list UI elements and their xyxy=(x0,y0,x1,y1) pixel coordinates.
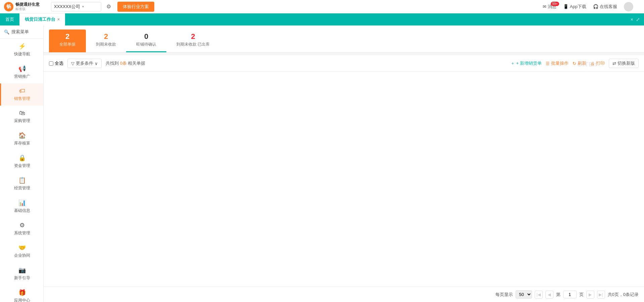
trial-button[interactable]: 体验行业方案 xyxy=(117,2,154,12)
sidebar-item-basic-info[interactable]: 📊 基础信息 xyxy=(0,195,43,218)
print-icon: 🖨 xyxy=(590,61,595,66)
table-area xyxy=(44,72,644,287)
company-selector[interactable]: XXXXXX公司 ▾ xyxy=(51,2,101,11)
app-download-icon: 📱 xyxy=(563,4,569,9)
sidebar-item-sales[interactable]: 🏷 销售管理 xyxy=(0,83,43,106)
tab-home-label: 首页 xyxy=(5,16,14,22)
stats-tab-pending-label: 旺铺待确认 xyxy=(136,42,156,47)
sidebar-item-inventory[interactable]: 🏠 库存核算 xyxy=(0,128,43,150)
switch-label: 切换新版 xyxy=(618,60,635,66)
add-label: + 新增销货单 xyxy=(516,60,542,66)
filter-chevron-icon: ∨ xyxy=(95,61,98,66)
sidebar-item-label: 库存核算 xyxy=(14,140,30,146)
found-text: 共找到 0条 相关单据 xyxy=(106,60,145,66)
search-icon: 🔍 xyxy=(4,29,9,35)
stats-tab-overdue[interactable]: 2 到期未收款 xyxy=(86,29,126,52)
filter-icon: ▽ xyxy=(71,61,74,66)
sidebar-item-enterprise[interactable]: 🤝 企业协同 xyxy=(0,240,43,262)
current-page-input[interactable] xyxy=(563,291,577,298)
sidebar-item-marketing[interactable]: 📢 营销推广 xyxy=(0,61,43,83)
stats-tab-all[interactable]: 2 全部单据 xyxy=(49,29,86,52)
sidebar-item-operations[interactable]: 📋 经营管理 xyxy=(0,173,43,195)
system-icon: ⚙ xyxy=(19,222,25,229)
stats-tabs: 2 全部单据 2 到期未收款 0 旺铺待确认 2 到期未收款 已出库 xyxy=(44,25,644,53)
inventory-icon: 🏠 xyxy=(18,132,26,139)
first-page-button[interactable]: |◀ xyxy=(535,291,543,299)
per-page-select[interactable]: 50 xyxy=(516,290,532,299)
last-page-button[interactable]: ▶| xyxy=(597,291,605,299)
online-service-icon: 🎧 xyxy=(593,4,598,9)
tab-workbench-label: 钱货日清工作台 xyxy=(25,16,55,22)
avatar[interactable] xyxy=(624,2,633,11)
gear-button[interactable]: ⚙ xyxy=(104,2,113,11)
stats-tab-pending[interactable]: 0 旺铺待确认 xyxy=(126,29,166,52)
online-service-button[interactable]: 🎧 在线客服 xyxy=(593,4,617,10)
refresh-button[interactable]: ↻ 刷新 xyxy=(573,60,586,66)
print-label: 打印 xyxy=(596,60,605,66)
stats-tab-shipped-count: 2 xyxy=(191,32,195,41)
toolbar-right: ＋ + 新增销货单 ☰ 批量操作 ↻ 刷新 🖨 打印 ⇄ 切换新版 xyxy=(511,59,639,68)
sidebar-item-purchase[interactable]: 🛍 采购管理 xyxy=(0,106,43,128)
switch-icon: ⇄ xyxy=(612,61,616,66)
sidebar-item-label: 系统管理 xyxy=(14,230,30,236)
stats-tab-shipped[interactable]: 2 到期未收款 已出库 xyxy=(166,29,220,52)
switch-new-version-button[interactable]: ⇄ 切换新版 xyxy=(609,59,639,68)
stats-tab-all-label: 全部单据 xyxy=(59,42,75,47)
sales-icon: 🏷 xyxy=(19,87,25,95)
select-all-checkbox[interactable]: 全选 xyxy=(49,60,63,66)
tab-close-window-icon[interactable]: × xyxy=(631,17,633,22)
sidebar-item-finance[interactable]: 🔒 资金管理 xyxy=(0,150,43,173)
sidebar-item-label: 资金管理 xyxy=(14,163,30,169)
message-icon: ✉ xyxy=(543,4,546,9)
logo-sub-text: 标准版 xyxy=(15,7,40,11)
tab-workbench[interactable]: 钱货日清工作台 × xyxy=(19,13,65,25)
enterprise-icon: 🤝 xyxy=(18,244,26,251)
tab-home[interactable]: 首页 xyxy=(0,13,19,25)
print-button[interactable]: 🖨 打印 xyxy=(590,60,605,66)
marketing-icon: 📢 xyxy=(18,65,26,72)
sidebar-search[interactable]: 🔍 搜索菜单 xyxy=(0,25,43,39)
sidebar-item-label: 快捷导航 xyxy=(14,51,30,57)
found-suffix: 相关单据 xyxy=(128,61,145,66)
next-page-button[interactable]: ▶ xyxy=(586,291,594,299)
sidebar-item-label: 基础信息 xyxy=(14,208,30,214)
app-center-icon: 🎁 xyxy=(18,289,26,296)
sidebar-search-label: 搜索菜单 xyxy=(11,29,29,35)
message-button[interactable]: ✉ 消息 99+ xyxy=(543,4,556,10)
tab-bar-actions: × ⤢ xyxy=(631,17,644,22)
tab-close-icon[interactable]: × xyxy=(57,17,60,22)
stats-tab-overdue-label: 到期未收款 xyxy=(96,42,116,47)
app-download-label: App下载 xyxy=(570,4,586,10)
prev-page-button[interactable]: ◀ xyxy=(545,291,553,299)
refresh-icon: ↻ xyxy=(573,61,576,66)
purchase-icon: 🛍 xyxy=(19,110,25,117)
batch-operations-button[interactable]: ☰ 批量操作 xyxy=(546,60,569,66)
stats-tab-pending-count: 0 xyxy=(144,32,148,41)
sidebar-item-app-center[interactable]: 🎁 应用中心 xyxy=(0,285,43,302)
filter-button[interactable]: ▽ 更多条件 ∨ xyxy=(67,59,102,68)
select-all-input[interactable] xyxy=(49,61,53,66)
tab-bar: 首页 钱货日清工作台 × × ⤢ xyxy=(0,13,644,25)
refresh-label: 刷新 xyxy=(578,60,586,66)
sidebar-item-system[interactable]: ⚙ 系统管理 xyxy=(0,218,43,240)
tab-restore-icon[interactable]: ⤢ xyxy=(636,17,640,22)
sidebar-item-label: 销售管理 xyxy=(14,96,30,102)
batch-icon: ☰ xyxy=(546,61,550,66)
per-page-label: 每页显示 xyxy=(495,292,513,298)
page-of-label: 页 xyxy=(579,292,584,298)
sidebar-item-guide[interactable]: 📷 新手引导 xyxy=(0,262,43,285)
header-right: ✉ 消息 99+ 📱 App下载 🎧 在线客服 xyxy=(543,2,640,11)
operations-icon: 📋 xyxy=(18,177,26,184)
sidebar-item-label: 企业协同 xyxy=(14,253,30,258)
add-icon: ＋ xyxy=(511,60,515,66)
batch-label: 批量操作 xyxy=(551,60,569,66)
finance-icon: 🔒 xyxy=(18,154,26,162)
add-sale-order-button[interactable]: ＋ + 新增销货单 xyxy=(511,60,542,66)
guide-icon: 📷 xyxy=(18,266,26,274)
app-download-button[interactable]: 📱 App下载 xyxy=(563,4,586,10)
sidebar-item-label: 营销推广 xyxy=(14,74,30,79)
logo-main-text: 畅捷通好生意 xyxy=(15,2,40,7)
sidebar-item-quick-nav[interactable]: ⚡ 快捷导航 xyxy=(0,39,43,61)
message-badge: 99+ xyxy=(551,2,559,6)
top-header: 畅 畅捷通好生意 标准版 XXXXXX公司 ▾ ⚙ 体验行业方案 ✉ 消息 99… xyxy=(0,0,644,13)
